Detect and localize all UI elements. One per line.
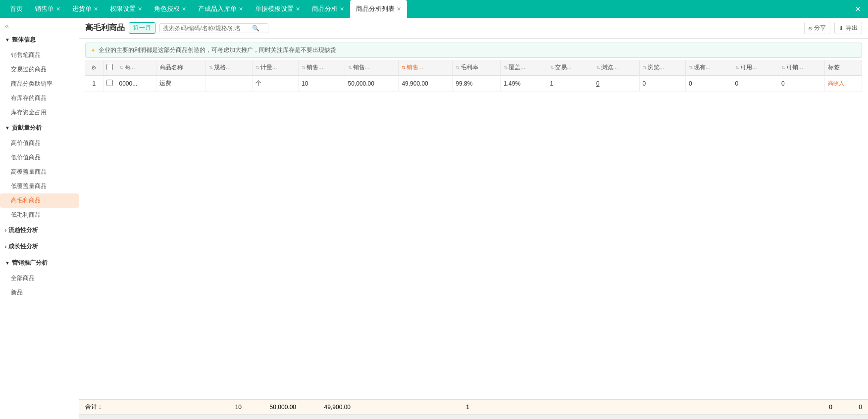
col-available: ⇅可用... xyxy=(732,60,778,76)
cell-spec xyxy=(206,76,253,92)
sidebar-group-marketing[interactable]: ▼ 营销推广分析 xyxy=(0,255,79,271)
sidebar-item-low-margin[interactable]: 低毛利商品 xyxy=(0,208,79,222)
browse-link[interactable]: 0 xyxy=(596,80,600,87)
footer-sales2: 50,000.00 xyxy=(252,404,296,411)
nav-sales-label: 销售单 xyxy=(35,4,54,13)
sidebar-item-low-coverage[interactable]: 低覆盖量商品 xyxy=(0,179,79,193)
sidebar-item-high-margin[interactable]: 高毛利商品 xyxy=(0,193,79,208)
col-sales3: ⇅销售... xyxy=(399,60,453,76)
top-navigation: 首页 销售单 ✕ 进货单 ✕ 权限设置 ✕ 角色授权 ✕ 产成品入库单 ✕ 单据… xyxy=(0,0,868,18)
sidebar-item-in-stock[interactable]: 有库存的商品 xyxy=(0,91,79,105)
col-gross-rate: ⇅毛利率 xyxy=(453,60,501,76)
sidebar-group-marketing-label: 营销推广分析 xyxy=(12,259,48,267)
export-button[interactable]: ⬇ 导出 xyxy=(834,22,862,34)
settings-icon[interactable]: ⚙ xyxy=(91,64,97,71)
info-banner-text: 企业的主要的利润都是这部分商品创造的，可考虑加大推广，同时关注库存是不要出现缺货 xyxy=(99,46,336,54)
nav-product-analysis-list-label: 商品分析列表 xyxy=(356,4,395,13)
sidebar-group-overall-label: 整体信息 xyxy=(12,36,36,44)
nav-product-warehousing[interactable]: 产成品入库单 ✕ xyxy=(192,0,249,18)
info-icon: ✦ xyxy=(91,47,96,54)
sidebar-item-high-coverage[interactable]: 高覆盖量商品 xyxy=(0,165,79,179)
sidebar-item-stock-capital[interactable]: 库存资金占用 xyxy=(0,105,79,120)
window-close-btn[interactable]: ✕ xyxy=(852,4,864,14)
sidebar-item-all-products[interactable]: 全部商品 xyxy=(0,271,79,285)
sidebar-collapse-btn[interactable]: « xyxy=(5,22,9,30)
sidebar-group-trend-label: 流趋性分析 xyxy=(8,226,38,234)
arrow-marketing: ▼ xyxy=(5,260,10,266)
horizontal-scrollbar[interactable] xyxy=(79,414,868,419)
sidebar-group-growth-label: 成长性分析 xyxy=(8,242,38,251)
nav-sales[interactable]: 销售单 ✕ xyxy=(29,0,66,18)
sidebar-group-growth[interactable]: › 成长性分析 xyxy=(0,238,79,255)
nav-template-settings[interactable]: 单据模板设置 ✕ xyxy=(249,0,306,18)
sidebar-group-overall[interactable]: ▼ 整体信息 xyxy=(0,32,79,48)
col-browse2: ⇅浏览... xyxy=(639,60,686,76)
cell-available: 0 xyxy=(732,76,778,92)
nav-roles-close[interactable]: ✕ xyxy=(182,6,186,12)
cell-sales2: 50,000.00 xyxy=(345,76,399,92)
col-trade: ⇅交易... xyxy=(547,60,593,76)
col-spec: ⇅规格... xyxy=(206,60,253,76)
cell-checkbox xyxy=(103,76,116,92)
search-input[interactable] xyxy=(163,25,252,32)
nav-purchase-close[interactable]: ✕ xyxy=(94,6,98,12)
nav-product-analysis[interactable]: 商品分析 ✕ xyxy=(306,0,350,18)
nav-template-settings-close[interactable]: ✕ xyxy=(296,6,300,12)
nav-sales-close[interactable]: ✕ xyxy=(56,6,60,12)
nav-permissions[interactable]: 权限设置 ✕ xyxy=(104,0,148,18)
export-label: 导出 xyxy=(846,24,858,32)
cell-sellable: 0 xyxy=(778,76,825,92)
sidebar-item-new-products[interactable]: 新品 xyxy=(0,285,79,300)
cell-sales1: 10 xyxy=(299,76,345,92)
content-area: 高毛利商品 近一月 🔍 ⎋ 分享 ⬇ 导出 ✦ 企业的主要的利润都是这部分商品创… xyxy=(79,18,868,419)
nav-product-analysis-list[interactable]: 商品分析列表 ✕ xyxy=(350,0,407,18)
col-tag: 标签 xyxy=(824,60,862,76)
footer-available: 0 xyxy=(842,404,862,411)
sidebar-item-category-assist[interactable]: 商品分类助销率 xyxy=(0,77,79,91)
nav-product-warehousing-close[interactable]: ✕ xyxy=(239,6,243,12)
sidebar-item-traded-products[interactable]: 交易过的商品 xyxy=(0,62,79,77)
table-header-row: ⚙ ⇅商... 商品名称 ⇅规格... ⇅计量... ⇅销售... ⇅销售...… xyxy=(85,60,862,76)
main-layout: « ▼ 整体信息 销售笔商品 交易过的商品 商品分类助销率 有库存的商品 库存资… xyxy=(0,18,868,419)
products-table: ⚙ ⇅商... 商品名称 ⇅规格... ⇅计量... ⇅销售... ⇅销售...… xyxy=(85,60,862,92)
share-label: 分享 xyxy=(814,24,826,32)
nav-home[interactable]: 首页 xyxy=(4,0,29,18)
export-icon: ⬇ xyxy=(839,25,844,32)
sidebar-item-sales-products[interactable]: 销售笔商品 xyxy=(0,48,79,62)
col-browse1: ⇅浏览... xyxy=(593,60,640,76)
sidebar-item-high-value[interactable]: 高价值商品 xyxy=(0,136,79,150)
arrow-contribution: ▼ xyxy=(5,125,10,131)
footer-sales1: 10 xyxy=(222,404,242,411)
select-all-checkbox[interactable] xyxy=(106,64,113,70)
row-checkbox[interactable] xyxy=(106,80,113,86)
footer-trade: 1 xyxy=(450,404,469,411)
sidebar-group-trend[interactable]: › 流趋性分析 xyxy=(0,222,79,238)
date-filter-btn[interactable]: 近一月 xyxy=(129,22,155,34)
sidebar-item-low-value[interactable]: 低价值商品 xyxy=(0,150,79,165)
nav-roles-label: 角色授权 xyxy=(154,4,180,13)
nav-home-label: 首页 xyxy=(10,4,23,13)
col-current: ⇅现有... xyxy=(686,60,732,76)
tag-label: 高收入 xyxy=(828,80,844,86)
search-icon[interactable]: 🔍 xyxy=(252,25,259,32)
col-sellable: ⇅可销... xyxy=(778,60,825,76)
nav-product-analysis-close[interactable]: ✕ xyxy=(340,6,344,12)
share-icon: ⎋ xyxy=(809,25,812,32)
col-coverage: ⇅覆盖... xyxy=(501,60,547,76)
search-box: 🔍 xyxy=(159,23,268,33)
col-checkbox xyxy=(103,60,116,76)
footer-label: 合计： xyxy=(85,403,103,411)
table-footer: 合计： 10 50,000.00 49,900.00 1 0 0 xyxy=(79,399,868,414)
content-header: 高毛利商品 近一月 🔍 ⎋ 分享 ⬇ 导出 xyxy=(79,18,868,39)
table-wrapper: ⚙ ⇅商... 商品名称 ⇅规格... ⇅计量... ⇅销售... ⇅销售...… xyxy=(79,60,868,399)
nav-template-settings-label: 单据模板设置 xyxy=(255,4,294,13)
share-button[interactable]: ⎋ 分享 xyxy=(804,22,830,34)
nav-permissions-close[interactable]: ✕ xyxy=(138,6,142,12)
nav-roles[interactable]: 角色授权 ✕ xyxy=(148,0,192,18)
cell-browse2: 0 xyxy=(639,76,686,92)
cell-coverage: 1.49% xyxy=(501,76,547,92)
nav-purchase[interactable]: 进货单 ✕ xyxy=(66,0,104,18)
nav-product-analysis-list-close[interactable]: ✕ xyxy=(397,6,401,12)
sidebar-group-contribution-label: 贡献量分析 xyxy=(12,124,42,132)
sidebar-group-contribution[interactable]: ▼ 贡献量分析 xyxy=(0,120,79,136)
